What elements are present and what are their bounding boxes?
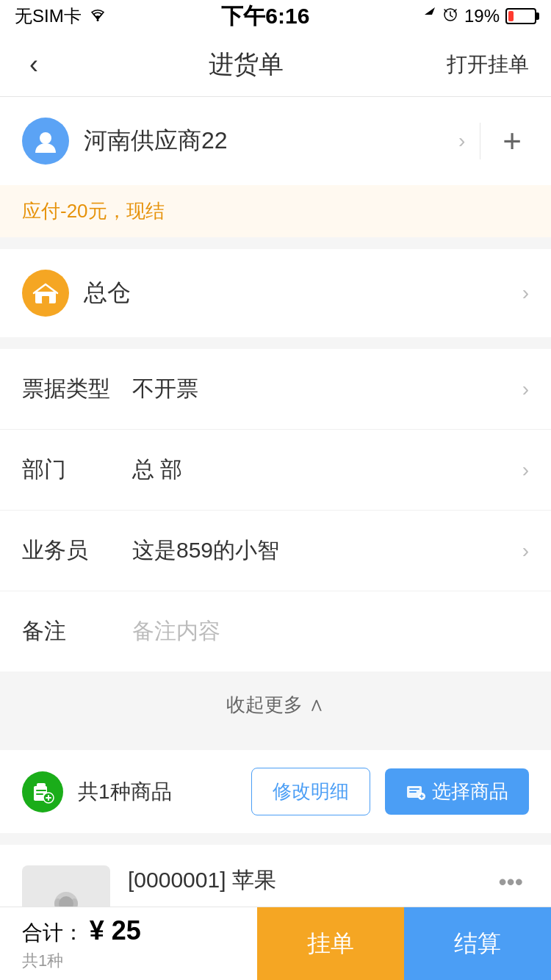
product-more-button[interactable]: ••• bbox=[492, 865, 529, 898]
sales-chevron-icon: › bbox=[522, 539, 529, 563]
product-count-icon bbox=[22, 771, 63, 813]
supplier-name: 河南供应商22 bbox=[84, 125, 451, 157]
dept-row[interactable]: 部门 总 部 › bbox=[0, 430, 551, 511]
supplier-divider bbox=[480, 123, 480, 159]
svg-point-0 bbox=[96, 19, 98, 21]
product-header: 共1种商品 修改明细 选择商品 bbox=[0, 750, 551, 833]
warehouse-name: 总仓 bbox=[84, 277, 515, 309]
nav-bar: ‹ 进货单 打开挂单 bbox=[0, 32, 551, 97]
invoice-label: 票据类型 bbox=[22, 374, 118, 404]
remark-row[interactable]: 备注 备注内容 bbox=[0, 591, 551, 671]
status-carrier-area: 无SIM卡 bbox=[15, 4, 108, 28]
wifi-icon bbox=[87, 6, 108, 26]
open-pending-button[interactable]: 打开挂单 bbox=[447, 51, 529, 79]
warehouse-icon bbox=[22, 270, 69, 317]
status-bar: 无SIM卡 下午6:16 19% bbox=[0, 0, 551, 32]
edit-detail-button[interactable]: 修改明细 bbox=[251, 768, 370, 815]
total-label: 合计： bbox=[22, 921, 84, 944]
svg-point-2 bbox=[40, 132, 51, 144]
supplier-chevron-icon: › bbox=[458, 129, 465, 153]
remark-label: 备注 bbox=[22, 616, 118, 646]
warehouse-chevron-icon: › bbox=[522, 281, 529, 305]
dept-label: 部门 bbox=[22, 455, 118, 485]
supplier-warning: 应付-20元，现结 bbox=[0, 185, 551, 237]
pending-button[interactable]: 挂单 bbox=[257, 907, 404, 980]
page-title: 进货单 bbox=[209, 48, 284, 82]
sales-label: 业务员 bbox=[22, 536, 118, 566]
total-section: 合计： ¥ 25 共1种 bbox=[0, 907, 257, 980]
back-button[interactable]: ‹ bbox=[22, 42, 46, 87]
sales-value: 这是859的小智 bbox=[118, 536, 515, 566]
select-product-label: 选择商品 bbox=[432, 779, 508, 804]
carrier-text: 无SIM卡 bbox=[15, 4, 82, 28]
status-time: 下午6:16 bbox=[221, 1, 309, 32]
battery-percent: 19% bbox=[464, 6, 500, 26]
settle-button[interactable]: 结算 bbox=[404, 907, 551, 980]
remark-input[interactable]: 备注内容 bbox=[118, 616, 529, 646]
invoice-row[interactable]: 票据类型 不开票 › bbox=[0, 349, 551, 430]
alarm-icon bbox=[442, 6, 458, 26]
invoice-chevron-icon: › bbox=[522, 378, 529, 401]
total-amount: ¥ 25 bbox=[90, 915, 141, 945]
location-icon bbox=[423, 6, 436, 26]
status-right-area: 19% bbox=[423, 6, 536, 26]
select-product-button[interactable]: 选择商品 bbox=[385, 768, 529, 815]
warehouse-section[interactable]: 总仓 › bbox=[0, 249, 551, 337]
total-row: 合计： ¥ 25 bbox=[22, 915, 235, 947]
supplier-row[interactable]: 河南供应商22 › + bbox=[0, 97, 551, 185]
supplier-avatar bbox=[22, 118, 69, 165]
add-supplier-button[interactable]: + bbox=[495, 123, 529, 159]
form-section: 票据类型 不开票 › 部门 总 部 › 业务员 这是859的小智 › 备注 备注… bbox=[0, 349, 551, 671]
product-title: [0000001] 苹果 bbox=[128, 865, 475, 896]
invoice-value: 不开票 bbox=[118, 374, 515, 404]
total-count: 共1种 bbox=[22, 950, 235, 972]
bottom-bar: 合计： ¥ 25 共1种 挂单 结算 bbox=[0, 907, 551, 980]
product-count-text: 共1种商品 bbox=[78, 778, 237, 806]
dept-value: 总 部 bbox=[118, 455, 515, 485]
collapse-button[interactable]: 收起更多 ∧ bbox=[0, 671, 551, 738]
supplier-section: 河南供应商22 › + 应付-20元，现结 bbox=[0, 97, 551, 237]
svg-rect-4 bbox=[42, 296, 49, 303]
sales-row[interactable]: 业务员 这是859的小智 › bbox=[0, 511, 551, 591]
battery-icon bbox=[505, 8, 536, 24]
dept-chevron-icon: › bbox=[522, 458, 529, 482]
